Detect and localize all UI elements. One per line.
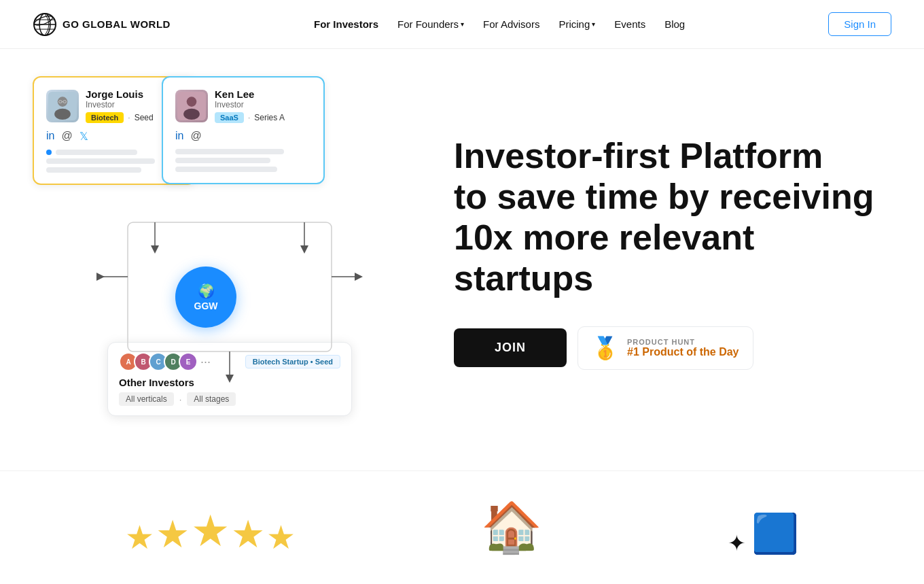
svg-point-14 (183, 108, 200, 119)
nav-blog[interactable]: Blog (664, 18, 685, 30)
star-3: ★ (191, 506, 230, 556)
celebrate-group: ✦ 🟦 (728, 511, 799, 556)
stars-group: ★ ★ ★ ★ ★ (125, 506, 296, 556)
jorge-avatar (46, 90, 79, 122)
nav-for-investors[interactable]: For Investors (314, 18, 378, 30)
nav-events[interactable]: Events (614, 18, 645, 30)
other-investors-card: A B C D E ··· Biotech Startup • Seed Oth… (107, 342, 352, 416)
hero-heading: Investor-first Platform to save time by … (454, 136, 891, 298)
star-4: ★ (231, 512, 265, 556)
star-1: ★ (125, 518, 154, 556)
pricing-chevron-icon: ▾ (592, 20, 595, 28)
house-icon-group: 🏠 (481, 498, 542, 556)
ken-card: Ken Lee Investor SaaS · Series A in @ (162, 76, 325, 184)
more-dots-icon: ··· (200, 355, 211, 369)
hero-text: Investor-first Platform to save time by … (454, 136, 891, 369)
svg-point-8 (54, 108, 71, 119)
join-button[interactable]: JOIN (454, 328, 567, 367)
ph-medal-icon: 🥇 (592, 335, 619, 361)
signin-button[interactable]: Sign In (828, 12, 891, 36)
product-hunt-badge: 🥇 PRODUCT HUNT #1 Product of the Day (578, 326, 753, 370)
celebrate-box: 🟦 (751, 511, 799, 556)
celebrate-dots: ✦ (728, 530, 746, 556)
twitter-icon[interactable]: 𝕏 (79, 130, 88, 143)
mini-avatar-5: E (179, 352, 198, 371)
illustration: Jorge Louis Investor Biotech · Seed in @… (33, 76, 427, 430)
founders-chevron-icon: ▾ (461, 20, 464, 28)
ph-badge-text: PRODUCT HUNT #1 Product of the Day (627, 338, 739, 358)
linkedin-icon-ken[interactable]: in (175, 130, 183, 142)
bottom-section: ★ ★ ★ ★ ★ 🏠 ✦ 🟦 (0, 470, 924, 583)
ggw-hub: 🌍 GGW (175, 267, 236, 328)
linkedin-icon[interactable]: in (46, 130, 54, 143)
star-5: ★ (266, 518, 296, 556)
ggw-globe-icon: 🌍 (198, 283, 215, 299)
ken-avatar (175, 90, 208, 122)
email-icon-ken[interactable]: @ (190, 130, 201, 142)
hero-section: Jorge Louis Investor Biotech · Seed in @… (0, 49, 924, 470)
nav-for-advisors[interactable]: For Advisors (483, 18, 539, 30)
nav-for-founders[interactable]: For Founders ▾ (397, 18, 464, 30)
nav-pricing[interactable]: Pricing ▾ (558, 18, 595, 30)
svg-point-13 (187, 97, 197, 107)
hero-actions: JOIN 🥇 PRODUCT HUNT #1 Product of the Da… (454, 326, 891, 370)
logo[interactable]: GO GLOBAL WORLD (33, 12, 171, 37)
brand-name: GO GLOBAL WORLD (63, 18, 171, 30)
navbar: GO GLOBAL WORLD For Investors For Founde… (0, 0, 924, 49)
globe-icon (33, 12, 57, 37)
nav-links: For Investors For Founders ▾ For Advisor… (314, 18, 685, 30)
star-2: ★ (156, 512, 190, 556)
email-icon[interactable]: @ (61, 130, 72, 143)
